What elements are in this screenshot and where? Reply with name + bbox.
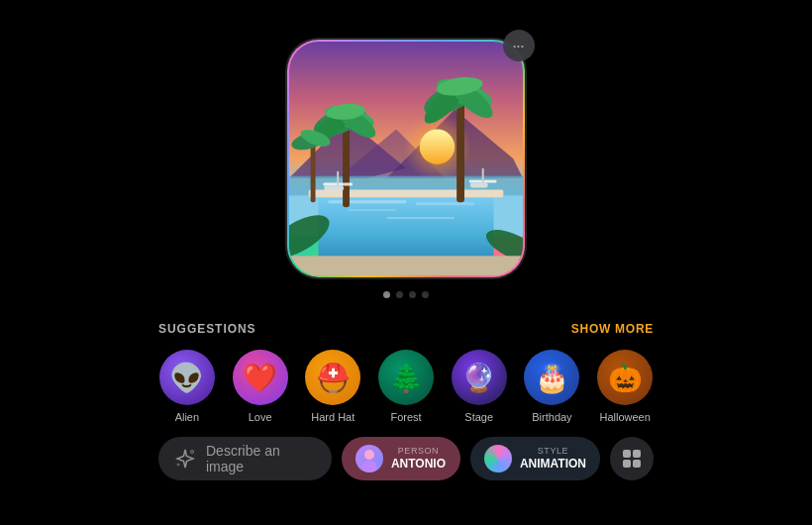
svg-rect-11 bbox=[348, 209, 396, 211]
svg-rect-20 bbox=[457, 95, 464, 202]
svg-rect-26 bbox=[311, 139, 316, 202]
suggestion-icon-forest: 🌲 bbox=[378, 350, 434, 405]
svg-rect-8 bbox=[309, 189, 504, 197]
suggestion-label-halloween: Halloween bbox=[599, 411, 650, 423]
person-sublabel: PERSON bbox=[391, 446, 446, 457]
svg-rect-33 bbox=[482, 168, 484, 183]
svg-rect-31 bbox=[324, 186, 344, 191]
person-name: ANTONIO bbox=[391, 457, 446, 471]
svg-rect-30 bbox=[337, 171, 339, 186]
suggestion-icon-alien: 👽 bbox=[159, 350, 215, 405]
style-orb bbox=[484, 445, 512, 472]
describe-placeholder: Describe an image bbox=[206, 443, 316, 474]
more-options-button[interactable] bbox=[503, 30, 535, 61]
style-sublabel: STYLE bbox=[520, 446, 586, 457]
suggestion-label-hardhat: Hard Hat bbox=[311, 411, 355, 423]
style-button[interactable]: STYLE ANIMATION bbox=[470, 437, 600, 480]
suggestions-grid: 👽 Alien ❤️ Love ⛑️ Hard Hat 🌲 Forest 🔮 S… bbox=[158, 350, 654, 423]
svg-rect-44 bbox=[623, 460, 631, 468]
suggestion-icon-birthday: 🎂 bbox=[524, 350, 579, 405]
suggestion-stage[interactable]: 🔮 Stage bbox=[451, 350, 508, 423]
carousel-dot-1[interactable] bbox=[383, 291, 390, 298]
svg-rect-43 bbox=[633, 450, 641, 458]
svg-rect-42 bbox=[623, 450, 631, 458]
suggestions-section: SUGGESTIONS SHOW MORE 👽 Alien ❤️ Love ⛑️… bbox=[0, 322, 812, 423]
person-text: PERSON ANTONIO bbox=[391, 446, 446, 471]
suggestions-label: SUGGESTIONS bbox=[158, 322, 256, 336]
suggestion-icon-stage: 🔮 bbox=[452, 350, 507, 405]
svg-point-38 bbox=[191, 451, 194, 454]
carousel-dots bbox=[383, 291, 429, 298]
svg-point-40 bbox=[364, 450, 374, 460]
bottom-toolbar: Describe an image PERSON ANTONIO STYLE A… bbox=[0, 437, 812, 480]
svg-rect-10 bbox=[328, 200, 406, 203]
svg-rect-34 bbox=[470, 183, 488, 188]
style-text: STYLE ANIMATION bbox=[520, 446, 586, 471]
carousel-dot-3[interactable] bbox=[409, 291, 416, 298]
gallery-button[interactable] bbox=[610, 437, 654, 480]
suggestion-icon-halloween: 🎃 bbox=[597, 350, 653, 405]
suggestion-icon-hardhat: ⛑️ bbox=[305, 350, 360, 405]
carousel-dot-2[interactable] bbox=[396, 291, 403, 298]
image-carousel bbox=[287, 40, 525, 277]
suggestion-alien[interactable]: 👽 Alien bbox=[158, 350, 216, 423]
person-button[interactable]: PERSON ANTONIO bbox=[342, 437, 460, 480]
suggestions-header: SUGGESTIONS SHOW MORE bbox=[158, 322, 654, 336]
suggestion-birthday[interactable]: 🎂 Birthday bbox=[524, 350, 581, 423]
suggestion-label-forest: Forest bbox=[390, 411, 421, 423]
style-name: ANIMATION bbox=[520, 457, 586, 471]
suggestion-label-alien: Alien bbox=[175, 411, 199, 423]
gallery-icon bbox=[621, 448, 643, 470]
suggestion-forest[interactable]: 🌲 Forest bbox=[377, 350, 435, 423]
featured-image-card bbox=[287, 40, 525, 277]
suggestion-icon-love: ❤️ bbox=[233, 350, 288, 405]
describe-input[interactable]: Describe an image bbox=[158, 437, 332, 480]
svg-rect-12 bbox=[386, 217, 455, 219]
sparkle-icon bbox=[174, 448, 196, 470]
suggestion-label-love: Love bbox=[249, 411, 272, 423]
svg-point-39 bbox=[177, 464, 179, 466]
carousel-dot-4[interactable] bbox=[422, 291, 429, 298]
svg-point-41 bbox=[361, 461, 377, 472]
svg-point-5 bbox=[420, 130, 455, 164]
suggestion-halloween[interactable]: 🎃 Halloween bbox=[596, 350, 654, 423]
svg-rect-14 bbox=[343, 120, 350, 208]
svg-rect-37 bbox=[289, 256, 523, 275]
person-avatar bbox=[355, 445, 383, 472]
suggestion-label-stage: Stage bbox=[464, 411, 493, 423]
show-more-button[interactable]: SHOW MORE bbox=[571, 322, 654, 336]
suggestion-love[interactable]: ❤️ Love bbox=[232, 350, 289, 423]
suggestion-label-birthday: Birthday bbox=[532, 411, 571, 423]
suggestion-hardhat[interactable]: ⛑️ Hard Hat bbox=[304, 350, 361, 423]
svg-rect-13 bbox=[416, 202, 474, 205]
svg-rect-45 bbox=[633, 460, 641, 468]
